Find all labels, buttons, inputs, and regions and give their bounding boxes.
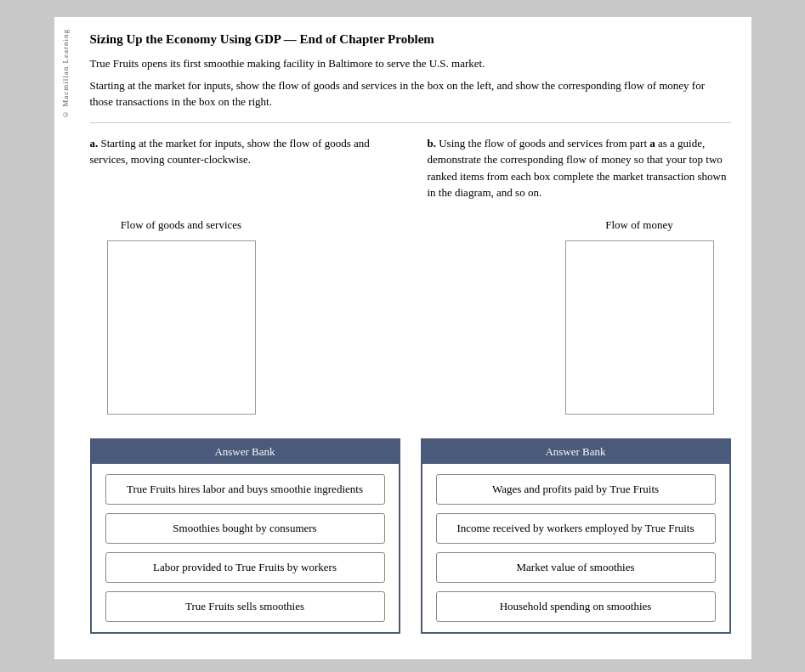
right-answer-bank: Answer Bank Wages and profits paid by Tr… (421, 438, 731, 635)
instruction-col-b: b. Using the flow of goods and services … (428, 135, 731, 201)
right-item-2[interactable]: Market value of smoothies (436, 552, 716, 583)
left-item-2[interactable]: Labor provided to True Fruits by workers (105, 552, 385, 583)
right-answer-bank-items: Wages and profits paid by True Fruits In… (422, 464, 729, 633)
right-item-3[interactable]: Household spending on smoothies (436, 591, 716, 622)
right-diagram-label: Flow of money (605, 218, 672, 232)
page-container: © Macmillan Learning Sizing Up the Econo… (54, 17, 751, 659)
right-diagram-box (565, 240, 714, 415)
right-answer-bank-header: Answer Bank (422, 440, 729, 464)
left-diagram: Flow of goods and services (107, 218, 256, 415)
watermark: © Macmillan Learning (61, 29, 70, 119)
answer-banks-row: Answer Bank True Fruits hires labor and … (90, 438, 731, 635)
diagram-area: Flow of goods and services Flow of money (90, 218, 731, 415)
intro-text-2: Starting at the market for inputs, show … (90, 77, 731, 110)
instruction-col-a: a. Starting at the market for inputs, sh… (90, 135, 394, 201)
instruction-a-label: a. (90, 137, 99, 150)
left-item-3[interactable]: True Fruits sells smoothies (105, 591, 385, 622)
right-diagram: Flow of money (565, 218, 714, 415)
page-title: Sizing Up the Economy Using GDP — End of… (90, 32, 731, 47)
left-item-1[interactable]: Smoothies bought by consumers (105, 513, 385, 544)
instruction-b-label: b. (428, 137, 436, 150)
left-answer-bank-header: Answer Bank (92, 440, 399, 464)
intro-text-1: True Fruits opens its first smoothie mak… (90, 55, 731, 72)
left-answer-bank: Answer Bank True Fruits hires labor and … (90, 438, 400, 635)
left-answer-bank-items: True Fruits hires labor and buys smoothi… (92, 464, 399, 633)
instruction-a-text: Starting at the market for inputs, show … (90, 137, 370, 167)
right-item-0[interactable]: Wages and profits paid by True Fruits (436, 474, 716, 505)
left-diagram-box (107, 240, 256, 415)
main-content: Sizing Up the Economy Using GDP — End of… (90, 32, 731, 634)
left-item-0[interactable]: True Fruits hires labor and buys smoothi… (105, 474, 385, 505)
instruction-b-text: Using the flow of goods and services fro… (428, 137, 727, 200)
left-diagram-label: Flow of goods and services (121, 218, 241, 232)
instructions-row: a. Starting at the market for inputs, sh… (90, 135, 731, 201)
right-item-1[interactable]: Income received by workers employed by T… (436, 513, 716, 544)
divider (90, 122, 731, 123)
